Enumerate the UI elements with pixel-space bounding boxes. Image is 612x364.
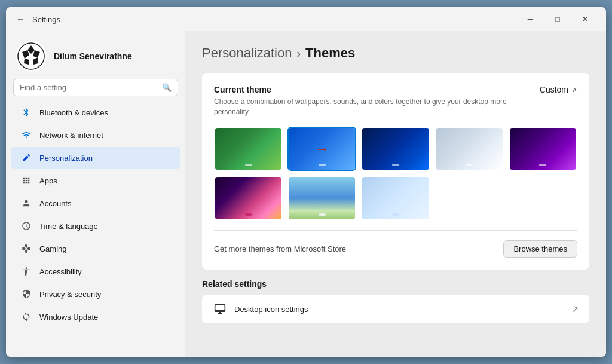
privacy-icon xyxy=(20,288,32,300)
card-divider xyxy=(214,230,577,231)
themes-grid-row2 xyxy=(214,176,577,221)
sidebar-item-bluetooth-label: Bluetooth & devices xyxy=(39,108,108,117)
desktop-icon xyxy=(213,303,227,315)
user-section: Dilum Senevirathne xyxy=(6,31,185,79)
maximize-button[interactable]: □ xyxy=(544,10,571,29)
theme-bg-1 xyxy=(215,128,281,170)
network-icon xyxy=(20,129,32,141)
back-button[interactable]: ← xyxy=(13,12,27,26)
theme-bg-7 xyxy=(289,177,355,219)
current-theme-card: Current theme Choose a combination of wa… xyxy=(202,73,589,270)
theme-thumbnail-8[interactable] xyxy=(361,176,430,221)
breadcrumb: Personalization › Themes xyxy=(202,45,589,61)
search-box[interactable]: 🔍 xyxy=(13,79,178,96)
desktop-icon-settings-label: Desktop icon settings xyxy=(234,305,565,314)
custom-expand-button[interactable]: Custom ∧ xyxy=(540,85,577,94)
taskbar-mini-2 xyxy=(319,164,326,166)
desktop-icon-settings-item[interactable]: Desktop icon settings ↗ xyxy=(202,295,589,323)
breadcrumb-parent: Personalization xyxy=(202,45,292,61)
sidebar-item-network-label: Network & internet xyxy=(39,131,103,140)
theme-thumbnail-3[interactable] xyxy=(361,127,430,172)
themes-grid-row1: → xyxy=(214,127,577,172)
user-name: Dilum Senevirathne xyxy=(54,51,132,61)
theme-thumbnail-2[interactable]: → xyxy=(287,127,356,172)
custom-label-text: Custom xyxy=(540,85,568,94)
breadcrumb-chevron: › xyxy=(296,47,301,60)
search-icon: 🔍 xyxy=(162,83,172,92)
minimize-button[interactable]: ─ xyxy=(516,10,544,29)
sidebar-item-network[interactable]: Network & internet xyxy=(11,124,180,146)
theme-thumbnail-7[interactable] xyxy=(287,176,356,221)
taskbar-mini-7 xyxy=(319,213,326,216)
related-settings-title: Related settings xyxy=(202,279,589,289)
update-icon xyxy=(20,311,32,323)
themes-store-row: Get more themes from Microsoft Store Bro… xyxy=(214,240,577,258)
sidebar-item-time-label: Time & language xyxy=(39,222,98,231)
time-icon xyxy=(20,220,32,232)
personalization-icon xyxy=(20,152,32,164)
theme-bg-2 xyxy=(289,128,355,170)
taskbar-mini-4 xyxy=(466,164,473,166)
window-controls: ─ □ ✕ xyxy=(516,10,599,29)
current-theme-info: Current theme Choose a combination of wa… xyxy=(214,85,525,117)
theme-bg-6 xyxy=(215,177,281,219)
content-area: Dilum Senevirathne 🔍 Bluetooth & devices… xyxy=(6,31,606,357)
search-input[interactable] xyxy=(20,83,158,92)
sidebar-item-accounts[interactable]: Accounts xyxy=(11,192,180,214)
sidebar-item-apps[interactable]: Apps xyxy=(11,170,180,191)
external-link-icon: ↗ xyxy=(572,305,579,314)
main-content: Personalization › Themes Current theme C… xyxy=(185,31,606,357)
theme-thumbnail-5[interactable] xyxy=(509,127,577,172)
settings-window: ← Settings ─ □ ✕ xyxy=(6,7,606,357)
theme-bg-4 xyxy=(436,128,503,170)
bluetooth-icon xyxy=(20,106,32,118)
theme-bg-8 xyxy=(362,177,429,219)
sidebar-item-accounts-label: Accounts xyxy=(39,199,71,208)
current-theme-header: Current theme Choose a combination of wa… xyxy=(214,85,577,117)
apps-icon xyxy=(20,175,32,186)
sidebar: Dilum Senevirathne 🔍 Bluetooth & devices… xyxy=(6,31,185,357)
accessibility-icon xyxy=(20,265,32,277)
sidebar-item-time[interactable]: Time & language xyxy=(11,215,180,237)
avatar xyxy=(16,41,47,72)
theme-bg-3 xyxy=(362,128,429,170)
browse-themes-button[interactable]: Browse themes xyxy=(503,240,577,258)
sidebar-item-apps-label: Apps xyxy=(39,176,57,185)
expand-chevron-icon: ∧ xyxy=(572,85,577,94)
window-title: Settings xyxy=(32,15,516,24)
sidebar-item-personalization[interactable]: Personalization xyxy=(11,147,180,169)
sidebar-item-gaming[interactable]: Gaming xyxy=(11,238,180,259)
theme-thumbnail-1[interactable] xyxy=(214,127,283,172)
sidebar-item-update-label: Windows Update xyxy=(39,313,98,322)
sidebar-item-gaming-label: Gaming xyxy=(39,244,67,253)
theme-thumbnail-4[interactable] xyxy=(435,127,504,172)
sidebar-item-personalization-label: Personalization xyxy=(39,154,93,163)
sidebar-item-privacy-label: Privacy & security xyxy=(39,290,101,299)
gaming-icon xyxy=(20,243,32,255)
related-settings-section: Related settings Desktop icon settings ↗ xyxy=(202,279,589,323)
current-theme-title: Current theme xyxy=(214,85,525,94)
taskbar-mini-6 xyxy=(245,213,252,216)
theme-bg-5 xyxy=(510,128,576,170)
taskbar-mini-5 xyxy=(539,164,546,166)
taskbar-mini-8 xyxy=(392,213,399,216)
sidebar-item-accessibility-label: Accessibility xyxy=(39,267,82,276)
accounts-icon xyxy=(20,197,32,209)
taskbar-mini-3 xyxy=(392,164,399,166)
sidebar-item-update[interactable]: Windows Update xyxy=(11,306,180,328)
themes-store-text: Get more themes from Microsoft Store xyxy=(214,244,346,253)
taskbar-mini-1 xyxy=(245,164,252,166)
sidebar-item-bluetooth[interactable]: Bluetooth & devices xyxy=(11,102,180,123)
current-theme-description: Choose a combination of wallpapers, soun… xyxy=(214,97,525,117)
breadcrumb-current: Themes xyxy=(305,45,355,61)
sidebar-item-privacy[interactable]: Privacy & security xyxy=(11,283,180,305)
title-bar: ← Settings ─ □ ✕ xyxy=(6,7,606,31)
close-button[interactable]: ✕ xyxy=(571,10,599,29)
sidebar-item-accessibility[interactable]: Accessibility xyxy=(11,261,180,282)
theme-thumbnail-6[interactable] xyxy=(214,176,283,221)
